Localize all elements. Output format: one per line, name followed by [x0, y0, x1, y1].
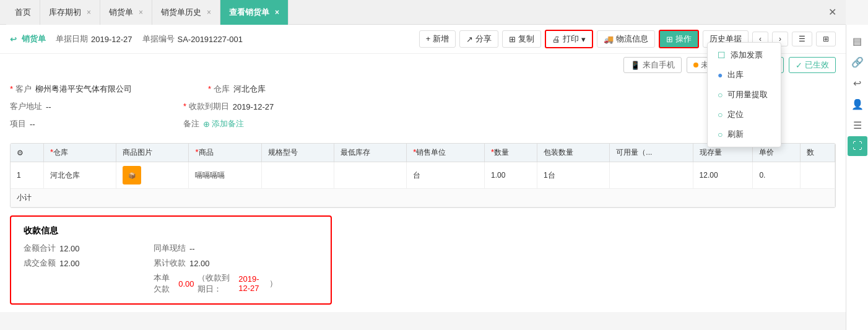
from-phone-label: 来自手机 [643, 59, 675, 71]
tab-sales-history-close[interactable]: × [207, 8, 211, 17]
tab-sales-order-close[interactable]: × [139, 8, 143, 17]
tab-sales-history[interactable]: 销货单历史 × [152, 0, 220, 25]
current-due-value: 0.00 [178, 279, 194, 289]
th-available: 可用量（... [610, 144, 693, 162]
project-value: -- [30, 119, 35, 129]
table-subtotal-row: 小计 [11, 189, 835, 207]
new-button-label: + 新增 [426, 33, 449, 45]
total-amount-field: 金额合计 12.00 [24, 243, 147, 254]
tab-view-order-close[interactable]: × [275, 8, 279, 17]
sidebar-icon-2[interactable]: 🔗 [848, 52, 867, 72]
payment-date-value: 2019-12-27 [233, 102, 274, 111]
print-button[interactable]: 🖨 打印 ▾ [545, 30, 593, 48]
operations-button-label: 操作 [675, 33, 692, 45]
tab-inventory-init-close[interactable]: × [87, 8, 91, 17]
cell-min-stock [334, 162, 406, 189]
locate-icon: ○ [718, 110, 723, 119]
logistics-button-label: 物流信息 [616, 33, 648, 45]
print-dropdown-icon: ▾ [581, 35, 586, 44]
th-quantity: *数量 [485, 144, 537, 162]
th-amount: 数 [800, 144, 835, 162]
current-due-row: 本单欠款 0.00 （收款到期日： 2019-12-27 ） [154, 272, 277, 295]
th-spec: 规格型号 [261, 144, 334, 162]
take-effect-icon: ✓ [796, 61, 802, 70]
logistics-icon: 🚚 [604, 35, 614, 44]
operations-dropdown: ☐ 添加发票 ● 出库 ○ 可用量提取 ○ 定位 ○ 刷新 [707, 42, 781, 147]
doc-number-label: 单据编号 [142, 33, 175, 45]
add-note-button[interactable]: ⊕ 添加备注 [203, 118, 244, 129]
th-min-stock: 最低库存 [334, 144, 406, 162]
sidebar-icon-4[interactable]: 👤 [848, 94, 867, 114]
tab-inventory-init-label: 库存期初 [49, 7, 81, 18]
share-icon: ↗ [466, 35, 473, 44]
project-field: 项目 -- [10, 118, 134, 129]
from-phone-button[interactable]: 📱 来自手机 [623, 57, 682, 73]
cell-product: 嗝嗝嗝嗝 [189, 162, 261, 189]
total-amount-value: 12.00 [59, 244, 80, 253]
add-invoice-icon: ☐ [718, 50, 726, 60]
tab-sales-order[interactable]: 销货单 × [100, 0, 152, 25]
sidebar-icon-expand[interactable]: ⛶ [848, 136, 867, 156]
dropdown-locate[interactable]: ○ 定位 [708, 105, 781, 124]
available-qty-icon: ○ [718, 90, 723, 100]
outbound-label: 出库 [727, 69, 744, 80]
tab-home[interactable]: 首页 [6, 0, 40, 25]
take-effect-button[interactable]: ✓ 已生效 [789, 57, 836, 73]
customer-value: 柳州粤港平安气体有限公司 [35, 84, 132, 95]
operations-button[interactable]: ⊞ 操作 [659, 30, 699, 48]
not-open-dot [693, 63, 698, 67]
new-button[interactable]: + 新增 [419, 30, 456, 48]
transaction-amount-value: 12.00 [59, 259, 80, 268]
copy-button[interactable]: ⊞ 复制 [502, 30, 541, 48]
logistics-button[interactable]: 🚚 物流信息 [597, 30, 655, 48]
layout-grid-button[interactable]: ⊞ [816, 32, 836, 46]
cumulative-payment-field: 累计收款 12.00 [154, 258, 277, 269]
outbound-icon: ● [718, 70, 723, 80]
customer-label: 客户 [10, 84, 32, 95]
th-settings[interactable]: ⚙ [11, 144, 44, 162]
current-due-field [24, 272, 147, 295]
doc-number-field: 单据编号 SA-20191227-001 [142, 33, 243, 45]
dropdown-refresh[interactable]: ○ 刷新 [708, 124, 781, 144]
note-field: 备注 ⊕ 添加备注 [183, 118, 307, 129]
customer-field: 客户 柳州粤港平安气体有限公司 [10, 84, 134, 95]
window-close-button[interactable]: ✕ [825, 5, 840, 20]
tab-sales-history-label: 销货单历史 [161, 7, 201, 18]
single-settlement-label: 同单现结 [154, 243, 186, 254]
cumulative-payment-value: 12.00 [189, 259, 210, 268]
sidebar-icon-5[interactable]: ☰ [848, 115, 867, 135]
add-note-icon: ⊕ [203, 119, 210, 129]
cell-warehouse: 河北仓库 [44, 162, 116, 189]
cell-index: 1 [11, 162, 44, 189]
payment-date-label: 收款到期日 [183, 101, 229, 112]
doc-number-value: SA-20191227-001 [178, 35, 243, 44]
tab-view-order[interactable]: 查看销货单 × [220, 0, 289, 25]
tab-inventory-init[interactable]: 库存期初 × [40, 0, 100, 25]
current-due-label: 本单欠款 [154, 272, 175, 295]
th-warehouse: *仓库 [44, 144, 116, 162]
sidebar-icon-1[interactable]: ▤ [848, 31, 867, 51]
payment-info-grid: 金额合计 12.00 同单现结 -- 成交金额 12.00 累计收款 12.00 [24, 243, 318, 295]
copy-icon: ⊞ [509, 35, 516, 44]
add-invoice-label: 添加发票 [731, 50, 763, 61]
cell-unit-price: 0. [753, 162, 800, 189]
payment-date-field: 收款到期日 2019-12-27 [183, 101, 307, 112]
cell-quantity: 1.00 [485, 162, 537, 189]
print-button-label: 打印 [563, 33, 579, 45]
tab-view-order-label: 查看销货单 [229, 7, 269, 18]
locate-label: 定位 [727, 109, 744, 120]
note-label: 备注 [183, 118, 199, 129]
layout-list-button[interactable]: ☰ [792, 32, 812, 46]
doc-type-icon: ↩ [10, 35, 17, 44]
dropdown-add-invoice[interactable]: ☐ 添加发票 [708, 45, 781, 65]
doc-date-value: 2019-12-27 [91, 35, 132, 44]
right-sidebar: ▤ 🔗 ↩ 👤 ☰ ⛶ [846, 25, 868, 330]
dropdown-outbound[interactable]: ● 出库 [708, 65, 781, 85]
share-button[interactable]: ↗ 分享 [459, 30, 498, 48]
th-product-img: 商品图片 [116, 144, 189, 162]
payment-info-title: 收款信息 [24, 225, 318, 237]
table-body: 1 河北仓库 📦 嗝嗝嗝嗝 台 1.00 1台 [11, 162, 835, 207]
dropdown-available-qty[interactable]: ○ 可用量提取 [708, 85, 781, 105]
sidebar-icon-3[interactable]: ↩ [848, 73, 867, 93]
cell-spec [261, 162, 334, 189]
